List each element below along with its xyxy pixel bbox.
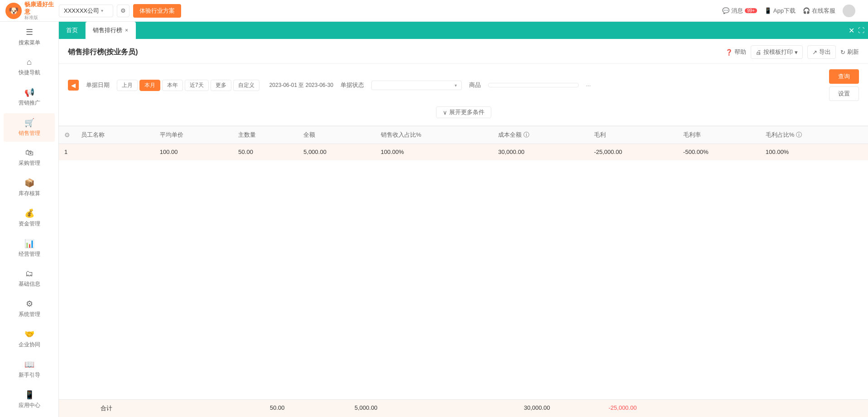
sidebar-label-guide: 新手引导 bbox=[19, 371, 40, 379]
sidebar-item-app-center[interactable]: 📱 应用中心 bbox=[4, 385, 55, 414]
sidebar-item-marketing[interactable]: 📢 营销推广 bbox=[4, 83, 55, 111]
query-button[interactable]: 查询 bbox=[829, 69, 859, 84]
footer-gross-ratio bbox=[778, 404, 863, 412]
footer-cost: 30,000.00 bbox=[524, 404, 609, 412]
table-footer: 合计 50.00 5,000.00 30,000.00 -25,000.00 bbox=[59, 399, 868, 417]
tab-bar-close-icon[interactable]: ✕ bbox=[849, 26, 854, 35]
tab-bar-expand-icon[interactable]: ⛶ bbox=[858, 27, 864, 34]
help-button[interactable]: ❓ 帮助 bbox=[725, 48, 746, 56]
col-header-settings: ⚙ bbox=[59, 126, 76, 144]
col-settings-icon[interactable]: ⚙ bbox=[64, 131, 70, 139]
expand-label: 展开更多条件 bbox=[449, 108, 484, 116]
logo-area: 🐶 畅康通好生意 标准版 bbox=[5, 1, 55, 20]
footer-label-text: 合计 bbox=[101, 404, 185, 412]
message-badge: 99+ bbox=[745, 8, 757, 13]
cell-cost: 30,000.00 bbox=[493, 144, 589, 160]
refresh-button[interactable]: ↻ 刷新 bbox=[840, 48, 859, 56]
logo-icon: 🐶 bbox=[5, 3, 22, 19]
marketing-icon: 📢 bbox=[24, 87, 34, 97]
table-container: ⚙ 员工名称 平均单价 主数量 bbox=[59, 126, 868, 399]
online-service-label: 在线客服 bbox=[812, 7, 835, 15]
tab-home[interactable]: 首页 bbox=[59, 22, 86, 39]
sidebar-label-marketing: 营销推广 bbox=[19, 99, 40, 107]
print-arrow-icon: ▾ bbox=[795, 49, 798, 56]
sidebar-item-quick-nav[interactable]: ⌂ 快捷导航 bbox=[4, 53, 55, 81]
refresh-label: 刷新 bbox=[847, 48, 859, 56]
sidebar-label-inventory: 库存核算 bbox=[19, 190, 40, 197]
print-button[interactable]: 🖨 按模板打印 ▾ bbox=[751, 45, 803, 59]
sidebar-label-base: 基础信息 bbox=[19, 280, 40, 288]
search-order-icon: ☰ bbox=[26, 27, 33, 37]
sidebar-item-purchase[interactable]: 🛍 采购管理 bbox=[4, 144, 55, 172]
online-service-button[interactable]: 🎧 在线客服 bbox=[803, 7, 835, 15]
col-header-gross: 毛利 bbox=[589, 126, 678, 144]
sidebar-item-system[interactable]: ⚙ 系统管理 bbox=[4, 294, 55, 323]
top-bar-left: 🐶 畅康通好生意 标准版 XXXXXX公司 ▾ ⚙ 体验行业方案 bbox=[5, 1, 722, 20]
filter-collapse-icon[interactable]: ◀ bbox=[68, 80, 79, 91]
enterprise-icon: 🤝 bbox=[24, 329, 34, 339]
sidebar-item-enterprise[interactable]: 🤝 企业协同 bbox=[4, 325, 55, 353]
user-avatar[interactable] bbox=[843, 5, 855, 17]
col-header-sales-ratio: 销售收入占比% bbox=[375, 126, 493, 144]
logo-text: 畅康通好生意 标准版 bbox=[24, 1, 55, 20]
help-label: 帮助 bbox=[734, 48, 746, 56]
content-area: 首页 销售排行榜 × ✕ ⛶ 销售排行榜(按业务员) bbox=[59, 22, 868, 417]
company-name: XXXXXX公司 bbox=[64, 7, 99, 15]
tab-sales-ranking[interactable]: 销售排行榜 × bbox=[86, 22, 136, 39]
sidebar-item-finance[interactable]: 💰 资金管理 bbox=[4, 204, 55, 232]
export-label: 导出 bbox=[819, 48, 831, 56]
date-btn-custom[interactable]: 自定义 bbox=[233, 80, 259, 91]
col-header-amount: 全额 bbox=[298, 126, 375, 144]
tab-close-icon[interactable]: × bbox=[125, 27, 128, 34]
settings-button[interactable]: 设置 bbox=[829, 86, 859, 101]
sidebar-label-purchase: 采购管理 bbox=[19, 159, 40, 167]
app-dl-icon: 📱 bbox=[764, 7, 772, 14]
sidebar-item-search-order[interactable]: ☰ 搜索菜单 bbox=[4, 23, 55, 51]
status-arrow-icon: ▾ bbox=[455, 83, 457, 88]
date-btn-last-month[interactable]: 上月 bbox=[117, 80, 138, 91]
status-select[interactable]: ▾ bbox=[371, 81, 462, 90]
quick-nav-icon: ⌂ bbox=[27, 58, 32, 67]
cell-amount: 5,000.00 bbox=[298, 144, 375, 160]
cell-gross-rate: -500.00% bbox=[678, 144, 760, 160]
sidebar-item-sales[interactable]: 🛒 销售管理 bbox=[4, 113, 55, 142]
sidebar-item-base[interactable]: 🗂 基础信息 bbox=[4, 264, 55, 292]
date-btn-7days[interactable]: 近7天 bbox=[185, 80, 209, 91]
table-row: 1 100.00 50.00 5,000.00 100.00% 30,000.0… bbox=[59, 144, 868, 160]
cell-quantity: 50.00 bbox=[233, 144, 298, 160]
footer-quantity: 50.00 bbox=[270, 404, 355, 412]
sidebar-item-guide[interactable]: 📖 新手引导 bbox=[4, 355, 55, 383]
expand-more-button[interactable]: ∨ 展开更多条件 bbox=[436, 106, 491, 118]
sidebar-item-operations[interactable]: 📊 经营管理 bbox=[4, 234, 55, 263]
company-selector[interactable]: XXXXXX公司 ▾ bbox=[59, 5, 113, 17]
goods-filter-label: 商品 bbox=[469, 81, 481, 89]
date-btn-this-month[interactable]: 本月 bbox=[139, 80, 160, 91]
app-download-button[interactable]: 📱 App下载 bbox=[764, 7, 796, 15]
footer-gross-rate bbox=[693, 404, 778, 412]
more-filters-icon[interactable]: ··· bbox=[586, 82, 591, 89]
table-header-row: ⚙ 员工名称 平均单价 主数量 bbox=[59, 126, 868, 144]
message-button[interactable]: 💬 消息 99+ bbox=[722, 7, 757, 15]
inventory-icon: 📦 bbox=[24, 178, 34, 188]
export-button[interactable]: ↗ 导出 bbox=[807, 45, 836, 59]
finance-icon: 💰 bbox=[24, 208, 34, 218]
sidebar-label-operations: 经营管理 bbox=[19, 250, 40, 258]
data-table: ⚙ 员工名称 平均单价 主数量 bbox=[59, 126, 868, 160]
industry-btn[interactable]: 体验行业方案 bbox=[133, 4, 181, 18]
sidebar-label-finance: 资金管理 bbox=[19, 220, 40, 228]
date-btn-this-year[interactable]: 本年 bbox=[162, 80, 183, 91]
app-dl-label: App下载 bbox=[773, 7, 796, 15]
cell-gross: -25,000.00 bbox=[589, 144, 678, 160]
date-btn-more[interactable]: 更多 bbox=[211, 80, 231, 91]
tab-bar-actions: ✕ ⛶ bbox=[845, 26, 868, 35]
col-header-cost: 成本全额 ⓘ bbox=[493, 126, 589, 144]
footer-label bbox=[64, 404, 101, 412]
page-content: 销售排行榜(按业务员) ❓ 帮助 🖨 按模板打印 ▾ bbox=[59, 39, 868, 417]
topbar-settings-button[interactable]: ⚙ bbox=[117, 5, 129, 17]
cell-rank: 1 bbox=[59, 144, 76, 160]
sidebar-item-inventory[interactable]: 📦 库存核算 bbox=[4, 173, 55, 202]
operations-icon: 📊 bbox=[24, 239, 34, 249]
sidebar-label-quick-nav: 快捷导航 bbox=[19, 69, 40, 77]
sidebar-label-sales: 销售管理 bbox=[19, 129, 40, 137]
goods-input[interactable] bbox=[488, 83, 579, 87]
